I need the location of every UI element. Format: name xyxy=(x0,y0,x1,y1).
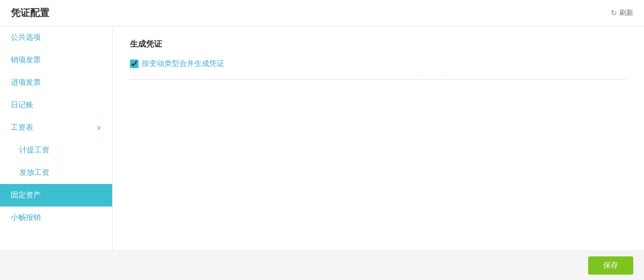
refresh-label: 刷新 xyxy=(619,8,633,18)
sidebar-item-journal[interactable]: 日记账 xyxy=(0,94,112,116)
sidebar-item-label: 日记账 xyxy=(11,100,33,110)
sidebar-item-label: 小畅报销 xyxy=(11,213,41,223)
sidebar-item-public[interactable]: 公共选项 xyxy=(0,26,112,49)
sidebar-item-purchase-invoice[interactable]: 进项发票 xyxy=(0,71,112,94)
refresh-button[interactable]: ↻ 刷新 xyxy=(611,8,633,18)
sidebar-item-fixed-assets[interactable]: 固定资产 xyxy=(0,184,112,207)
sidebar-item-expense-report[interactable]: 小畅报销 xyxy=(0,207,112,229)
merge-by-type-checkbox[interactable] xyxy=(130,60,138,68)
sidebar-item-label: 销项发票 xyxy=(11,55,41,65)
chevron-down-icon: ∨ xyxy=(97,124,101,131)
sidebar-item-payroll-table[interactable]: 工资表 ∨ xyxy=(0,116,112,139)
sidebar-item-commission[interactable]: 计提工资 xyxy=(0,139,112,161)
merge-by-type-checkbox-wrapper[interactable]: 按变动类型合并生成凭证 xyxy=(130,59,224,69)
sidebar-item-label: 固定资产 xyxy=(11,190,41,200)
sidebar-item-label: 公共选项 xyxy=(11,33,41,42)
sidebar-item-label: 发放工资 xyxy=(19,168,49,178)
merge-by-type-label: 按变动类型合并生成凭证 xyxy=(142,59,224,69)
page-header: 凭证配置 ↻ 刷新 xyxy=(0,0,644,26)
section-divider xyxy=(130,79,627,80)
sidebar-item-label: 进项发票 xyxy=(11,78,41,87)
save-button[interactable]: 保存 xyxy=(588,256,633,275)
sidebar: 公共选项 销项发票 进项发票 日记账 工资表 ∨ 计提工资 发放工资 固定资产 … xyxy=(0,26,113,250)
section-title: 生成凭证 xyxy=(130,39,627,49)
sidebar-item-sales-invoice[interactable]: 销项发票 xyxy=(0,49,112,71)
content-area: 生成凭证 按变动类型合并生成凭证 xyxy=(113,26,644,250)
sidebar-item-label: 工资表 xyxy=(11,123,33,132)
sidebar-item-pay-salary[interactable]: 发放工资 xyxy=(0,161,112,184)
checkbox-row: 按变动类型合并生成凭证 xyxy=(130,59,627,69)
main-container: 公共选项 销项发票 进项发票 日记账 工资表 ∨ 计提工资 发放工资 固定资产 … xyxy=(0,26,644,250)
sidebar-item-label: 计提工资 xyxy=(19,145,49,155)
page-title: 凭证配置 xyxy=(11,6,49,19)
refresh-icon: ↻ xyxy=(611,9,617,17)
page-footer: 保存 xyxy=(0,250,644,280)
